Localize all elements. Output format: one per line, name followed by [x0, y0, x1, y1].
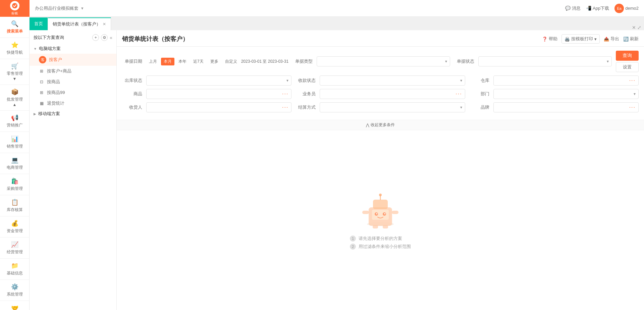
empty-hint-2: 2 用过滤条件来缩小分析范围	[350, 244, 411, 250]
order-status-select[interactable]: ▾	[478, 56, 612, 66]
sidebar-item-finance[interactable]: 💰 资金管理	[0, 216, 29, 238]
sidebar-item-retail[interactable]: 🛒 零售管理 ▼	[0, 59, 29, 85]
scheme-by-customer[interactable]: 客 按客户	[30, 54, 116, 66]
out-status-select[interactable]: ▾	[146, 75, 291, 86]
warehouse-label: 仓库	[469, 78, 489, 84]
collapse-panel-btn[interactable]: «	[110, 35, 112, 40]
collapse-bar[interactable]: ⋀ 收起更多条件	[117, 120, 644, 130]
date-btn-this-month[interactable]: 本月	[161, 58, 174, 65]
settle-method-dropdown-icon: ▾	[460, 105, 462, 110]
help-icon: ❓	[542, 37, 547, 42]
svg-point-0	[12, 3, 17, 8]
left-panel-title: 按以下方案查询	[34, 35, 64, 41]
department-select[interactable]: ▾	[493, 89, 639, 99]
sidebar-item-marketing[interactable]: 📢 营销推广	[0, 111, 29, 132]
sidebar-label-marketing: 营销推广	[7, 122, 23, 128]
sidebar-label-retail: 零售管理	[7, 71, 23, 76]
sidebar-item-enterprise[interactable]: 🤝 企业协同	[0, 301, 29, 310]
svg-rect-12	[362, 211, 369, 214]
help-btn[interactable]: ❓ 帮助	[542, 36, 557, 42]
sidebar-item-sales[interactable]: 📊 销售管理	[0, 132, 29, 153]
refresh-btn[interactable]: 🔄 刷新	[623, 36, 639, 42]
search-icon: 🔍	[11, 20, 18, 28]
mobile-group-header[interactable]: ▶ 移动端方案	[30, 109, 116, 119]
salesperson-select[interactable]: ···	[320, 89, 465, 99]
collect-status-select[interactable]: ▾	[320, 75, 465, 86]
tab-home[interactable]: 首页	[30, 17, 48, 30]
ecommerce-icon: 💻	[11, 156, 18, 164]
settings-btn[interactable]: 设置	[616, 62, 639, 72]
date-btn-7days[interactable]: 近7天	[191, 58, 206, 65]
desktop-scheme-group: ▼ 电脑端方案 客 按客户 ⊞ 按客户+商品 ⊡ 按商品 ⊞ 按商品99	[30, 44, 116, 109]
help-label: 帮助	[549, 36, 557, 42]
message-label: 消息	[572, 5, 581, 11]
sidebar-label-sales: 销售管理	[7, 144, 23, 149]
scheme-grid3-icon: ⊞	[39, 90, 44, 95]
desktop-group-header[interactable]: ▼ 电脑端方案	[30, 44, 116, 54]
app-download-btn[interactable]: 📲 App下载	[586, 5, 609, 11]
refresh-label: 刷新	[630, 36, 639, 42]
sidebar-item-search[interactable]: 🔍 搜索菜单	[0, 17, 29, 38]
marketing-icon: 📢	[11, 114, 18, 121]
scheme-by-customer-goods[interactable]: ⊞ 按客户+商品	[30, 66, 116, 76]
receiver-dots: ···	[282, 104, 288, 110]
date-group: 上月 本月 本年 近7天 更多 自定义 2023-03-01 至 2023-03…	[146, 58, 288, 65]
order-type-select[interactable]: ▾	[317, 56, 450, 66]
filter-row-4: 收货人 ··· 结算方式 ▾ 品牌 ···	[122, 102, 639, 112]
right-content: 销货单统计表（按客户） ❓ 帮助 🖨️ 按模板打印 ▾ 📤 导出	[117, 30, 644, 310]
svg-rect-9	[373, 200, 388, 209]
sidebar-item-inventory[interactable]: 📋 库存核算	[0, 195, 29, 216]
sidebar-item-nav[interactable]: ⭐ 快捷导航	[0, 38, 29, 59]
top-header: 办公用品行业模拟账套 ▾ 💬 消息 📲 App下载 Ea demo2	[30, 0, 644, 17]
date-btn-last-month[interactable]: 上月	[146, 58, 160, 65]
collect-status-dropdown-icon: ▾	[460, 78, 462, 83]
brand-select[interactable]: ···	[493, 102, 639, 112]
tab-close-icon[interactable]: ✕	[103, 22, 106, 27]
goods-select[interactable]: ···	[146, 89, 291, 99]
scheme-by-goods[interactable]: ⊡ 按商品	[30, 76, 116, 87]
svg-rect-14	[373, 225, 378, 228]
sidebar-item-purchase[interactable]: 🛍️ 采购管理	[0, 174, 29, 195]
sidebar-item-operation[interactable]: 📈 经营管理	[0, 238, 29, 259]
message-btn[interactable]: 💬 消息	[565, 5, 581, 11]
mobile-group-label: 移动端方案	[38, 111, 60, 117]
page-title-bar: 销货单统计表（按客户） ❓ 帮助 🖨️ 按模板打印 ▾ 📤 导出	[117, 30, 644, 47]
warehouse-select[interactable]: ···	[493, 75, 639, 86]
department-dropdown-icon: ▾	[634, 92, 636, 96]
print-btn[interactable]: 🖨️ 按模板打印 ▾	[561, 34, 600, 44]
system-icon: ⚙️	[11, 283, 18, 291]
order-status-label: 单据状态	[454, 58, 474, 64]
scheme-settings-btn[interactable]: ⚙	[101, 34, 108, 41]
add-scheme-btn[interactable]: +	[92, 34, 99, 41]
nav-icon: ⭐	[11, 41, 18, 49]
sidebar-item-basic[interactable]: 📁 基础信息	[0, 259, 29, 280]
svg-rect-13	[392, 211, 398, 214]
sidebar-item-system[interactable]: ⚙️ 系统管理	[0, 280, 29, 301]
page-content: 按以下方案查询 + ⚙ « ▼ 电脑端方案 客 按客户 ⊞ 按客	[30, 30, 644, 310]
sidebar-label-operation: 经营管理	[7, 249, 23, 255]
hint-num-2: 2	[350, 244, 356, 250]
settle-method-select[interactable]: ▾	[320, 102, 465, 112]
scheme-return-stat[interactable]: ▦ 退货统计	[30, 98, 116, 109]
filter-row-1: 单据日期 上月 本月 本年 近7天 更多 自定义 2023-03-01 至 20…	[122, 51, 639, 72]
date-btn-this-year[interactable]: 本年	[176, 58, 189, 65]
user-menu[interactable]: Ea demo2	[614, 4, 639, 13]
tab-maximize-btn[interactable]: ⤢	[637, 25, 641, 30]
logo-icon	[10, 1, 19, 10]
tab-minimize-btn[interactable]: ✕	[632, 25, 636, 30]
out-status-dropdown-icon: ▾	[286, 78, 288, 83]
tab-sales-stat[interactable]: 销货单统计表（按客户） ✕	[48, 17, 111, 30]
export-btn[interactable]: 📤 导出	[604, 36, 619, 42]
inventory-icon: 📋	[11, 199, 18, 206]
sidebar-item-ecommerce[interactable]: 💻 电商管理	[0, 153, 29, 174]
empty-state: 1 请先选择要分析的方案 2 用过滤条件来缩小分析范围	[117, 130, 644, 310]
date-btn-custom[interactable]: 自定义	[222, 58, 240, 65]
query-btn[interactable]: 查询	[616, 51, 639, 61]
receiver-select[interactable]: ···	[146, 102, 291, 112]
hint-text-2: 用过滤条件来缩小分析范围	[359, 244, 411, 250]
date-btn-more[interactable]: 更多	[208, 58, 221, 65]
sidebar-item-wholesale[interactable]: 📦 批发管理 ▲	[0, 85, 29, 111]
scheme-by-goods-99[interactable]: ⊞ 按商品99	[30, 87, 116, 98]
wholesale-icon: 📦	[11, 88, 18, 96]
dropdown-icon[interactable]: ▾	[81, 6, 84, 11]
